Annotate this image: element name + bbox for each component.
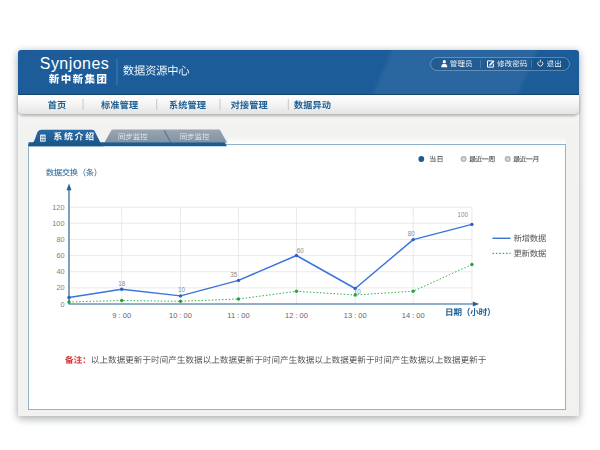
svg-text:120: 120 (52, 203, 64, 212)
svg-text:60: 60 (297, 247, 305, 254)
svg-text:80: 80 (56, 235, 64, 244)
svg-text:100: 100 (52, 219, 64, 228)
svg-text:12 : 00: 12 : 00 (285, 311, 308, 320)
svg-text:10 : 00: 10 : 00 (169, 311, 192, 320)
svg-text:11 : 00: 11 : 00 (227, 311, 249, 320)
svg-text:18: 18 (118, 280, 126, 287)
svg-text:80: 80 (408, 230, 416, 237)
svg-text:10: 10 (354, 288, 362, 295)
svg-text:9 : 00: 9 : 00 (112, 311, 131, 320)
svg-text:14 : 00: 14 : 00 (402, 311, 425, 320)
svg-text:10: 10 (178, 286, 186, 293)
svg-text:60: 60 (56, 251, 64, 260)
svg-text:40: 40 (56, 267, 64, 276)
svg-text:20: 20 (56, 283, 64, 292)
svg-text:0: 0 (60, 300, 64, 309)
svg-text:100: 100 (458, 211, 469, 218)
svg-text:13 : 00: 13 : 00 (344, 311, 367, 320)
svg-text:35: 35 (230, 271, 238, 278)
